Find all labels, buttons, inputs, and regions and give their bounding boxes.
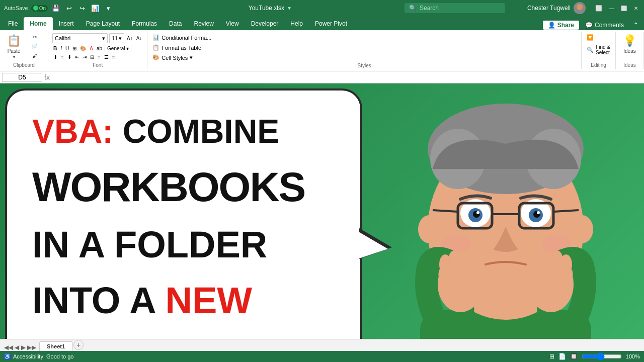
autosave-toggle[interactable]: On — [31, 5, 48, 12]
status-bar: ♿ Accessibility: Good to go ⊞ 📄 🔲 100% — [0, 351, 644, 362]
combine-text: COMBINE — [113, 113, 279, 150]
font-format-row: B I U ⊞ 🎨 A ab General ▾ — [52, 45, 143, 52]
accessibility-icon: ♿ — [4, 353, 11, 360]
formula-divider: fx — [44, 73, 50, 81]
align-left-button[interactable]: ≡ — [97, 54, 102, 60]
ideas-items: 💡 Ideas — [620, 33, 639, 61]
indent-increase-button[interactable]: ⇥ — [82, 54, 88, 60]
formula-bar: fx — [0, 71, 644, 83]
font-name-input[interactable]: Calibri ▾ — [52, 33, 108, 43]
tab-review[interactable]: Review — [188, 17, 219, 30]
conditional-format-button[interactable]: 📊 Conditional Forma... — [151, 33, 212, 42]
file-icon[interactable]: 📊 — [90, 3, 100, 13]
search-box[interactable]: 🔍 Search — [405, 3, 505, 13]
cut-button[interactable]: ✂ — [26, 33, 44, 41]
border-button[interactable]: ⊞ — [71, 45, 77, 52]
undo-icon[interactable]: ↩ — [64, 3, 74, 13]
zoom-slider[interactable] — [582, 354, 622, 359]
page-layout-icon[interactable]: 📄 — [558, 353, 566, 360]
tab-formulas[interactable]: Formulas — [126, 17, 163, 30]
format-as-table-button[interactable]: 📋 Format as Table — [151, 43, 212, 52]
font-controls: Calibri ▾ 11 ▾ A↑ A↓ B I U ⊞ 🎨 A — [52, 33, 143, 60]
add-sheet-button[interactable]: + — [73, 340, 84, 350]
clipboard-items: 📋 Paste ▾ ✂ 📄 🖌 — [4, 33, 44, 61]
merge-button[interactable]: ⊟ — [89, 54, 95, 60]
ribbon-content: 📋 Paste ▾ ✂ 📄 🖌 Clipboard — [0, 30, 644, 71]
ribbon-editing-group: 🔽 🔍 Find &Select Editing — [582, 32, 616, 69]
bubble-line3: IN A FOLDER — [32, 226, 335, 263]
ideas-icon: 💡 — [623, 34, 636, 47]
italic-button[interactable]: I — [59, 45, 63, 52]
align-right-button[interactable]: ≡ — [111, 54, 116, 60]
tab-developer[interactable]: Developer — [245, 17, 285, 30]
tab-view[interactable]: View — [220, 17, 245, 30]
fill-color-button[interactable]: 🎨 — [79, 45, 87, 52]
font-color-button[interactable]: A — [89, 45, 94, 52]
format-painter-button[interactable]: 🖌 — [26, 52, 44, 60]
save-icon[interactable]: 💾 — [51, 3, 61, 13]
paste-button[interactable]: 📋 Paste ▾ — [4, 33, 24, 60]
align-center-button[interactable]: ☰ — [103, 54, 110, 60]
bubble-line1: VBA: COMBINE — [32, 115, 335, 148]
minimize-button[interactable]: — — [608, 4, 616, 12]
ideas-button[interactable]: 💡 Ideas — [620, 33, 639, 55]
tab-home[interactable]: Home — [24, 17, 52, 30]
formula-input[interactable] — [52, 73, 642, 81]
font-size-input[interactable]: 11 ▾ — [109, 33, 124, 43]
align-top-button[interactable]: ⬆ — [52, 54, 58, 60]
paste-dropdown[interactable]: ▾ — [13, 55, 15, 59]
bold-button[interactable]: B — [52, 45, 58, 52]
accessibility-status: ♿ Accessibility: Good to go — [4, 353, 73, 360]
user-name: Chester Tugwell — [527, 5, 571, 12]
tab-insert[interactable]: Insert — [53, 17, 80, 30]
find-select-button[interactable]: 🔍 Find &Select — [586, 43, 611, 56]
indent-decrease-button[interactable]: ⇤ — [74, 54, 80, 60]
size-dropdown-icon[interactable]: ▾ — [119, 35, 122, 42]
editing-label: Editing — [586, 61, 611, 68]
search-placeholder: Search — [420, 5, 439, 12]
title-bar: AutoSave On 💾 ↩ ↪ 📊 ▾ YouTube.xlsx ▾ 🔍 S… — [0, 0, 644, 16]
bubble-tail-white — [358, 231, 388, 259]
comments-button[interactable]: 💬 Comments — [581, 21, 628, 30]
number-format-box[interactable]: General ▾ — [105, 45, 131, 52]
font-label: Font — [52, 61, 143, 68]
align-middle-button[interactable]: ≡ — [60, 54, 65, 60]
tab-data[interactable]: Data — [163, 17, 188, 30]
zoom-level: 100% — [626, 353, 640, 359]
maximize-button[interactable]: ⬜ — [620, 4, 628, 12]
copy-button[interactable]: 📄 — [26, 43, 44, 50]
font-size-increase-button[interactable]: A↑ — [126, 35, 134, 42]
tab-power-pivot[interactable]: Power Pivot — [309, 17, 353, 30]
wrap-text-button[interactable]: ab — [96, 45, 103, 52]
tab-page-layout[interactable]: Page Layout — [80, 17, 126, 30]
font-name-row: Calibri ▾ 11 ▾ A↑ A↓ — [52, 33, 143, 43]
filter-button[interactable]: 🔽 — [586, 33, 611, 42]
styles-dropdown-icon[interactable]: ▾ — [190, 54, 193, 61]
tab-file[interactable]: File — [2, 17, 24, 30]
tab-help[interactable]: Help — [284, 17, 309, 30]
ribbon-collapse-icon[interactable]: ⬜ — [594, 3, 604, 13]
page-break-icon[interactable]: 🔲 — [570, 353, 578, 360]
normal-view-icon[interactable]: ⊞ — [549, 353, 554, 360]
svg-point-0 — [577, 4, 583, 10]
dropdown-icon[interactable]: ▾ — [103, 3, 113, 13]
autosave-label: AutoSave — [4, 5, 28, 11]
svg-point-43 — [532, 252, 544, 273]
sheet-nav[interactable]: ◀◀ ◀ ▶ ▶▶ — [2, 344, 38, 351]
close-button[interactable]: ✕ — [632, 4, 640, 12]
font-size-decrease-button[interactable]: A↓ — [135, 35, 143, 42]
redo-icon[interactable]: ↪ — [77, 3, 87, 13]
user-badge[interactable]: Chester Tugwell — [523, 1, 590, 15]
cell-styles-button[interactable]: 🎨 Cell Styles ▾ — [151, 53, 212, 62]
align-bottom-button[interactable]: ⬇ — [66, 54, 72, 60]
font-dropdown-icon[interactable]: ▾ — [102, 35, 105, 42]
dropdown-arrow[interactable]: ▾ — [288, 5, 291, 12]
character-svg — [357, 83, 644, 340]
cell-reference-input[interactable] — [2, 73, 42, 82]
underline-button[interactable]: U — [64, 45, 70, 52]
styles-items: 📊 Conditional Forma... 📋 Format as Table… — [151, 33, 212, 62]
share-button[interactable]: 👤 Share — [543, 21, 579, 30]
into-a-text: INTO A — [32, 280, 166, 321]
sheet1-tab[interactable]: Sheet1 — [39, 341, 72, 351]
ribbon-collapse-btn[interactable]: ⌃ — [630, 20, 642, 30]
